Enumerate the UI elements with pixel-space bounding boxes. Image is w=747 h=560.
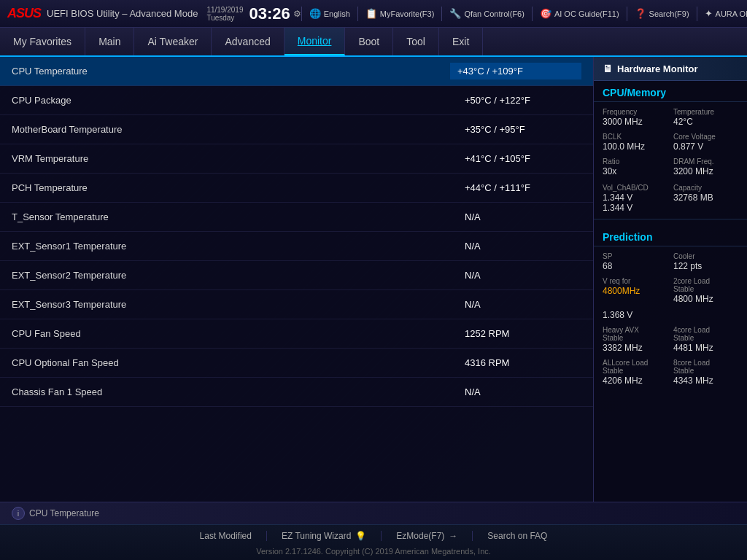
bios-title: UEFI BIOS Utility – Advanced Mode [47, 8, 198, 19]
asus-logo: ASUS [7, 6, 41, 21]
stat-dram-freq-value: 3200 MHz [673, 166, 738, 176]
stat-vol-value: 1.344 V 1.344 V [603, 192, 667, 213]
aioc-btn[interactable]: 🎯 AI OC Guide(F11) [534, 6, 625, 21]
row-label: PCH Temperature [12, 182, 450, 193]
stat-capacity: Capacity 32768 MB [670, 181, 741, 216]
stat-ratio-value: 30x [603, 166, 667, 176]
stat-heavy-avx: Heavy AVX Stable 3382 MHz [600, 323, 670, 356]
clock: 03:26 ⚙ [249, 6, 301, 22]
stat-frequency-value: 3000 MHz [603, 117, 667, 127]
stat-bclk: BCLK 100.0 MHz [600, 130, 670, 155]
stat-8core-load: 8core Load Stable 4343 MHz [670, 356, 741, 389]
search-faq-link[interactable]: Search on FAQ [473, 531, 562, 541]
row-value: N/A [450, 211, 581, 222]
aura-btn[interactable]: ✦ AURA ON/OFF(F4) [699, 6, 747, 21]
fan-icon: 🔧 [449, 8, 461, 19]
nav-exit[interactable]: Exit [439, 28, 483, 55]
table-row[interactable]: CPU Package +50°C / +122°F [0, 86, 593, 115]
stat-vol: Vol_ChAB/CD 1.344 V 1.344 V [600, 181, 670, 216]
row-label: CPU Temperature [12, 66, 450, 77]
header-buttons: 🌐 English 📋 MyFavorite(F3) 🔧 Qfan Contro… [301, 6, 747, 21]
qfan-btn[interactable]: 🔧 Qfan Control(F6) [444, 6, 530, 21]
nav-bar: My Favorites Main Ai Tweaker Advanced Mo… [0, 28, 747, 57]
table-row[interactable]: MotherBoard Temperature +35°C / +95°F [0, 115, 593, 144]
stat-vreq-value: 4800MHz [603, 286, 667, 296]
qfan-label: Qfan Control(F6) [464, 9, 525, 18]
nav-ai-tweaker[interactable]: Ai Tweaker [134, 28, 212, 55]
stat-8core-value: 4343 MHz [673, 376, 738, 386]
aura-label: AURA ON/OFF(F4) [716, 9, 747, 18]
stat-4core-value: 4481 MHz [673, 343, 738, 353]
table-row[interactable]: Chassis Fan 1 Speed N/A [0, 378, 593, 407]
nav-boot[interactable]: Boot [345, 28, 393, 55]
search-btn[interactable]: ❓ Search(F9) [629, 6, 695, 21]
last-modified-link[interactable]: Last Modified [185, 531, 267, 541]
nav-main[interactable]: Main [85, 28, 134, 55]
row-value: +43°C / +109°F [450, 63, 581, 79]
ez-mode-label: EzMode(F7) [396, 531, 444, 541]
day-display: Tuesday [206, 14, 234, 22]
stat-4core-load: 4core Load Stable 4481 MHz [670, 323, 741, 356]
vol-capacity-grid: Vol_ChAB/CD 1.344 V 1.344 V Capacity 327… [594, 181, 747, 216]
row-label: EXT_Sensor3 Temperature [12, 299, 450, 310]
bulb-icon: 💡 [355, 531, 366, 541]
english-btn[interactable]: 🌐 English [303, 6, 356, 21]
nav-my-favorites[interactable]: My Favorites [0, 28, 85, 55]
nav-monitor[interactable]: Monitor [285, 28, 346, 55]
row-value: N/A [450, 299, 581, 310]
stat-vreq: V req for 4800MHz [600, 274, 670, 307]
ez-tuning-link[interactable]: EZ Tuning Wizard 💡 [267, 531, 382, 541]
search-faq-label: Search on FAQ [487, 531, 547, 541]
nav-advanced[interactable]: Advanced [212, 28, 284, 55]
table-row[interactable]: VRM Temperature +41°C / +105°F [0, 144, 593, 174]
row-label: EXT_Sensor1 Temperature [12, 241, 450, 252]
stat-core-voltage-value: 0.877 V [673, 141, 738, 152]
stat-temperature: Temperature 42°C [670, 105, 741, 130]
settings-gear-icon[interactable]: ⚙ [293, 9, 301, 19]
table-row[interactable]: CPU Temperature +43°C / +109°F [0, 57, 593, 86]
info-icon: i [12, 507, 25, 520]
stat-2core-value: 4800 MHz [673, 294, 738, 304]
stat-core-voltage: Core Voltage 0.877 V [670, 130, 741, 155]
main-content: CPU Temperature +43°C / +109°F CPU Packa… [0, 57, 747, 502]
row-value: N/A [450, 270, 581, 281]
hw-monitor-title: Hardware Monitor [617, 63, 698, 74]
stat-temperature-value: 42°C [673, 117, 738, 127]
stat-frequency: Frequency 3000 MHz [600, 105, 670, 130]
row-label: MotherBoard Temperature [12, 124, 450, 135]
row-label: CPU Package [12, 95, 450, 106]
header-datetime: 11/19/2019 Tuesday [206, 6, 243, 22]
cpu-memory-section-title: CPU/Memory [594, 81, 747, 102]
table-row[interactable]: EXT_Sensor2 Temperature N/A [0, 261, 593, 290]
table-row[interactable]: CPU Fan Speed 1252 RPM [0, 319, 593, 349]
stat-bclk-value: 100.0 MHz [603, 141, 667, 152]
myfavorite-btn[interactable]: 📋 MyFavorite(F3) [360, 6, 441, 21]
row-value: +41°C / +105°F [450, 153, 581, 164]
footer-links: Last Modified EZ Tuning Wizard 💡 EzMode(… [0, 525, 747, 547]
stat-allcore-value: 4206 MHz [603, 376, 667, 386]
vreq-grid: V req for 4800MHz 2core Load Stable 4800… [594, 274, 747, 307]
row-value: 1252 RPM [450, 328, 581, 339]
table-row[interactable]: CPU Optional Fan Speed 4316 RPM [0, 349, 593, 378]
stat-allcore: ALLcore Load Stable 4206 MHz [600, 356, 670, 389]
stat-sp: SP 68 [600, 249, 670, 274]
stat-ratio: Ratio 30x [600, 155, 670, 179]
tooltip-text: CPU Temperature [29, 508, 99, 518]
aura-icon: ✦ [705, 8, 713, 19]
table-row[interactable]: PCH Temperature +44°C / +111°F [0, 174, 593, 203]
heavy-avx-grid: Heavy AVX Stable 3382 MHz 4core Load Sta… [594, 323, 747, 356]
nav-tool[interactable]: Tool [393, 28, 439, 55]
vreq2-grid: 1.368 V [594, 307, 747, 323]
row-label: EXT_Sensor2 Temperature [12, 270, 450, 281]
ez-mode-link[interactable]: EzMode(F7) → [382, 531, 473, 541]
table-row[interactable]: EXT_Sensor3 Temperature N/A [0, 290, 593, 319]
table-row[interactable]: T_Sensor Temperature N/A [0, 203, 593, 232]
search-label: Search(F9) [649, 9, 689, 18]
stat-capacity-value: 32768 MB [673, 192, 738, 203]
stat-2core-load: 2core Load Stable 4800 MHz [670, 274, 741, 307]
table-row[interactable]: EXT_Sensor1 Temperature N/A [0, 232, 593, 261]
row-value: N/A [450, 241, 581, 252]
aioc-icon: 🎯 [540, 8, 551, 19]
stat-cooler-value: 122 pts [673, 261, 738, 271]
last-modified-label: Last Modified [200, 531, 252, 541]
